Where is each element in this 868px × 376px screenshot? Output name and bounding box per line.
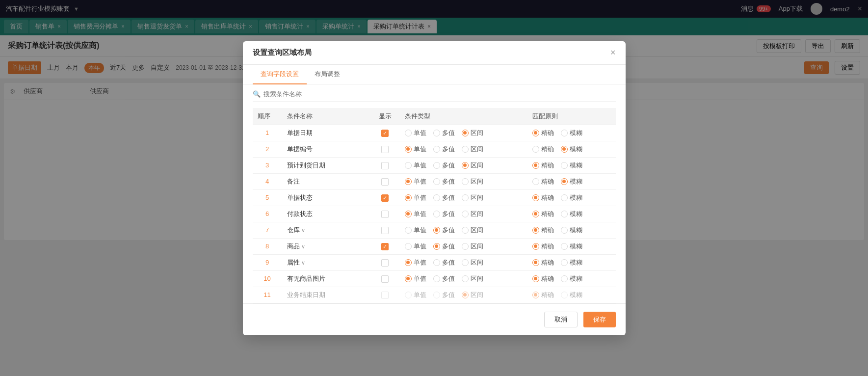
row-display[interactable]: ✓ [370,238,400,244]
radio-circle [532,162,539,169]
type-radio-单值[interactable]: 单值 [405,226,426,235]
radio-label: 精确 [541,177,554,186]
type-radio-单值[interactable]: 单值 [405,242,426,244]
match-radio-模糊[interactable]: 模糊 [561,145,582,154]
row-type: 单值多值区间 [400,125,527,141]
search-input[interactable] [263,90,362,98]
type-radio-多值[interactable]: 多值 [433,145,455,154]
type-radio-区间[interactable]: 区间 [462,145,483,154]
match-radio-模糊[interactable]: 模糊 [561,129,582,137]
row-display[interactable]: ✓ [370,189,400,206]
display-checkbox[interactable]: ✓ [381,243,389,244]
type-radio-区间[interactable]: 区间 [462,129,483,137]
radio-label: 模糊 [570,177,582,186]
radio-label: 精确 [541,226,554,235]
match-radio-模糊[interactable]: 模糊 [561,242,582,244]
radio-circle [462,178,469,185]
type-radio-区间[interactable]: 区间 [462,226,483,235]
radio-circle [405,227,412,234]
row-match: 精确模糊 [527,125,616,141]
radio-label: 模糊 [570,210,582,218]
display-checkbox[interactable] [381,162,389,169]
radio-circle [405,162,412,169]
row-display[interactable] [370,222,400,238]
match-radio-精确[interactable]: 精确 [532,145,554,154]
type-radio-多值[interactable]: 多值 [433,226,455,235]
radio-label: 区间 [471,193,483,202]
row-name: 单据状态 [282,189,370,206]
tab-field-settings[interactable]: 查询字段设置 [253,65,307,84]
match-radio-精确[interactable]: 精确 [532,226,554,235]
type-radio-单值[interactable]: 单值 [405,193,426,202]
radio-circle [405,211,412,217]
row-name: 商品 ∨ [282,238,370,244]
display-checkbox[interactable]: ✓ [381,130,389,137]
row-order: 4 [253,173,282,189]
radio-label: 多值 [442,210,455,218]
type-radio-多值[interactable]: 多值 [433,161,455,170]
type-radio-区间[interactable]: 区间 [462,242,483,244]
tab-layout[interactable]: 布局调整 [307,65,348,84]
table-row: 6付款状态单值多值区间精确模糊 [253,206,616,222]
radio-circle [462,130,469,136]
type-radio-区间[interactable]: 区间 [462,193,483,202]
col-header-name: 条件名称 [282,108,370,125]
display-checkbox[interactable] [381,178,389,186]
settings-modal: 设置查询区域布局 × 查询字段设置 布局调整 🔍 顺序 [243,41,626,244]
radio-label: 多值 [442,161,455,170]
match-radio-精确[interactable]: 精确 [532,242,554,244]
match-radio-模糊[interactable]: 模糊 [561,193,582,202]
modal-close-button[interactable]: × [610,48,616,57]
row-display[interactable]: ✓ [370,125,400,141]
display-checkbox[interactable] [381,146,389,153]
radio-circle [433,227,440,234]
type-radio-单值[interactable]: 单值 [405,210,426,218]
type-radio-单值[interactable]: 单值 [405,129,426,137]
match-radio-精确[interactable]: 精确 [532,177,554,186]
type-radio-多值[interactable]: 多值 [433,177,455,186]
type-radio-区间[interactable]: 区间 [462,210,483,218]
radio-circle [561,211,568,217]
match-radio-模糊[interactable]: 模糊 [561,226,582,235]
match-radio-模糊[interactable]: 模糊 [561,161,582,170]
type-radio-单值[interactable]: 单值 [405,177,426,186]
modal-title: 设置查询区域布局 [253,48,312,57]
table-row: 5单据状态✓单值多值区间精确模糊 [253,189,616,206]
radio-circle [405,146,412,153]
display-checkbox[interactable] [381,211,389,218]
col-header-order: 顺序 [253,108,282,125]
type-radio-多值[interactable]: 多值 [433,129,455,137]
row-display[interactable] [370,157,400,173]
modal-header: 设置查询区域布局 × [243,41,626,65]
modal-overlay: 设置查询区域布局 × 查询字段设置 布局调整 🔍 顺序 [0,0,868,244]
radio-circle [532,227,539,234]
radio-circle [462,243,469,244]
radio-circle [561,178,568,185]
table-row: 7仓库 ∨单值多值区间精确模糊 [253,222,616,238]
row-name: 备注 [282,173,370,189]
type-radio-单值[interactable]: 单值 [405,145,426,154]
display-checkbox[interactable]: ✓ [381,194,389,202]
radio-label: 模糊 [570,145,582,154]
type-radio-多值[interactable]: 多值 [433,242,455,244]
table-row: 8商品 ∨✓单值多值区间精确模糊 [253,238,616,244]
row-display[interactable] [370,173,400,189]
display-checkbox[interactable] [381,227,389,234]
row-display[interactable] [370,206,400,222]
match-radio-精确[interactable]: 精确 [532,193,554,202]
type-radio-单值[interactable]: 单值 [405,161,426,170]
row-display[interactable] [370,141,400,157]
radio-circle [532,130,539,136]
type-radio-区间[interactable]: 区间 [462,161,483,170]
match-radio-精确[interactable]: 精确 [532,161,554,170]
type-radio-区间[interactable]: 区间 [462,177,483,186]
match-radio-模糊[interactable]: 模糊 [561,210,582,218]
match-radio-模糊[interactable]: 模糊 [561,177,582,186]
type-radio-多值[interactable]: 多值 [433,193,455,202]
type-radio-多值[interactable]: 多值 [433,210,455,218]
match-radio-精确[interactable]: 精确 [532,210,554,218]
radio-label: 模糊 [570,129,582,137]
radio-label: 区间 [471,226,483,235]
match-radio-精确[interactable]: 精确 [532,129,554,137]
radio-label: 精确 [541,145,554,154]
